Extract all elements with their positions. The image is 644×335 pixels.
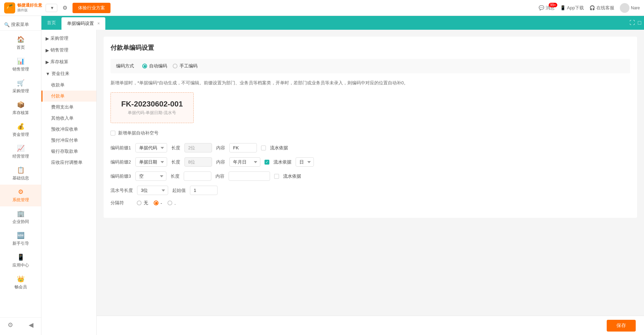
basic-icon: 📋 <box>17 166 25 174</box>
settings-icon[interactable]: ⚙ <box>60 3 70 13</box>
sep-none-btn[interactable] <box>137 201 142 205</box>
manual-radio-btn[interactable] <box>173 64 177 68</box>
footer-bar: 保存 <box>97 316 644 335</box>
restore-icon[interactable]: □ <box>638 20 641 26</box>
start-value-input[interactable] <box>190 186 218 195</box>
download-button[interactable]: 📱 App下载 <box>560 5 584 11</box>
sep-dash-radio[interactable]: - <box>154 201 162 206</box>
prefix3-select[interactable]: 空 <box>135 171 166 181</box>
prefix2-day-select[interactable]: 日 <box>296 157 314 167</box>
prefix3-label: 编码前缀3 <box>110 173 131 179</box>
sub-menu-item-expense[interactable]: 费用支出单 <box>41 102 96 113</box>
content-area: ▶ 采购管理 ▶ 销售管理 ▶ 库存核算 <box>41 30 644 335</box>
sub-menu-item-prepay-receivable[interactable]: 预收冲应收单 <box>41 124 96 135</box>
sidebar-item-appcenter[interactable]: 📱 应用中心 <box>0 250 41 272</box>
logo-sub: 插件版 <box>17 8 42 13</box>
sep-dash-btn[interactable] <box>154 201 158 205</box>
auto-radio-btn[interactable] <box>142 64 147 68</box>
prefix2-content-select[interactable]: 年月日 <box>229 157 260 167</box>
sub-menu-group-finance: ▼ 资金往来 收款单 付款单 费用支出单 其他收入单 <box>41 68 96 168</box>
serial-length-select[interactable]: 3位 <box>137 186 168 195</box>
prefix1-select[interactable]: 单据代码 <box>135 143 167 152</box>
sidebar-item-finance[interactable]: 💰 资金管理 <box>0 119 41 141</box>
prefix2-length-input <box>184 157 212 167</box>
sub-menu-item-other-income[interactable]: 其他收入单 <box>41 113 96 124</box>
separator-row: 分隔符 无 - . <box>110 200 630 206</box>
message-button[interactable]: 💬 消息 99+ <box>539 5 555 11</box>
topbar-dropdown[interactable]: ▼ <box>46 4 57 12</box>
sidebar-item-operation[interactable]: 📈 经营管理 <box>0 141 41 163</box>
sub-menu-header-inventory[interactable]: ▶ 库存核算 <box>41 56 96 68</box>
sub-menu-group-inventory: ▶ 库存核算 <box>41 56 96 68</box>
logo: 🍊 畅捷通好生意 插件版 <box>4 2 46 13</box>
prefix2-serial-checkbox[interactable] <box>265 160 269 165</box>
sub-menu-header-purchase[interactable]: ▶ 采购管理 <box>41 32 96 44</box>
bottom-settings-button[interactable]: ⚙ <box>4 318 17 332</box>
auto-encoding-radio[interactable]: 自动编码 <box>142 63 167 69</box>
search-menu[interactable]: 🔍 搜索菜单 <box>0 19 41 31</box>
prefix3-content-label: 内容 <box>215 173 224 179</box>
auto-fill-row: 新增单据自动补空号 <box>110 130 630 136</box>
preview-desc: 单据代码-单据日期-流水号 <box>121 110 183 116</box>
member-icon: 👑 <box>17 275 25 283</box>
sep-dot-btn[interactable] <box>167 201 172 205</box>
sidebar-item-purchase[interactable]: 🛒 采购管理 <box>0 76 41 97</box>
prefix1-length-label: 长度 <box>171 145 180 151</box>
tab-encoding[interactable]: 单据编码设置 × <box>61 17 105 30</box>
sub-sidebar: ▶ 采购管理 ▶ 销售管理 ▶ 库存核算 <box>41 30 97 335</box>
sub-menu-header-finance[interactable]: ▼ 资金往来 <box>41 68 96 80</box>
prefix1-serial-checkbox[interactable] <box>261 146 266 150</box>
collapse-sidebar-button[interactable]: ◀ <box>25 318 37 332</box>
operation-icon: 📈 <box>17 145 25 152</box>
prefix1-content-label: 内容 <box>216 145 225 151</box>
sidebar: 🔍 搜索菜单 🏠 首页 📊 销售管理 🛒 采购管理 📦 库存核算 💰 资金管理 … <box>0 16 41 335</box>
sep-dot-radio[interactable]: . <box>167 201 176 206</box>
trial-button[interactable]: 体验行业方案 <box>73 3 110 13</box>
prefix2-length-label: 长度 <box>171 159 180 165</box>
save-button[interactable]: 保存 <box>607 320 636 332</box>
prefix1-row: 编码前缀1 单据代码 长度 内容 流水依据 <box>110 143 630 152</box>
chevron-right-icon2: ▶ <box>46 48 49 53</box>
sub-menu-item-payment[interactable]: 付款单 <box>41 91 96 102</box>
prefix2-select[interactable]: 单据日期 <box>135 157 167 167</box>
prefix2-content-label: 内容 <box>216 159 225 165</box>
prefix1-content-input[interactable] <box>229 143 257 152</box>
layout: 🔍 搜索菜单 🏠 首页 📊 销售管理 🛒 采购管理 📦 库存核算 💰 资金管理 … <box>0 16 644 335</box>
encoding-method-label: 编码方式 <box>116 63 134 69</box>
service-button[interactable]: 🎧 在线客服 <box>589 5 614 11</box>
preview-box: FK-20230602-001 单据代码-单据日期-流水号 <box>110 92 194 123</box>
prefix3-content-input[interactable] <box>229 171 270 181</box>
page-main: 付款单编码设置 编码方式 自动编码 手工编码 <box>97 30 644 316</box>
service-icon: 🎧 <box>589 5 595 10</box>
manual-encoding-radio[interactable]: 手工编码 <box>173 63 198 69</box>
description-text: 新增单据时，*单据编码*自动生成，不可编辑。前缀设置为部门、业务员等档案类，开单… <box>110 79 630 87</box>
sub-menu-item-prepay-payable[interactable]: 预付冲应付单 <box>41 135 96 146</box>
auto-fill-checkbox[interactable] <box>110 131 115 136</box>
sub-menu-header-sales[interactable]: ▶ 销售管理 <box>41 44 96 56</box>
sub-menu-item-bank-deposit[interactable]: 银行存取款单 <box>41 146 96 157</box>
encoding-method-section: 编码方式 自动编码 手工编码 <box>110 59 630 73</box>
serial-length-label: 流水号长度 <box>110 187 133 194</box>
prefix3-length-input[interactable] <box>184 171 211 181</box>
prefix2-row: 编码前缀2 单据日期 长度 内容 年月日 流水依据 <box>110 157 630 167</box>
inventory-icon: 📦 <box>17 101 25 109</box>
tab-home[interactable]: 首页 <box>41 16 61 30</box>
sub-menu-item-receipt[interactable]: 收款单 <box>41 80 96 91</box>
page-wrapper: 付款单编码设置 编码方式 自动编码 手工编码 <box>97 30 644 335</box>
sidebar-item-system[interactable]: ⚙ 系统管理 <box>0 185 41 206</box>
sidebar-item-member[interactable]: 👑 畅会员 <box>0 272 41 294</box>
sidebar-item-sales[interactable]: 📊 销售管理 <box>0 54 41 76</box>
sidebar-item-basic[interactable]: 📋 基础信息 <box>0 163 41 185</box>
sub-menu-item-ap-adjustment[interactable]: 应收应付调整单 <box>41 157 96 168</box>
sep-none-radio[interactable]: 无 <box>137 200 148 206</box>
user-profile[interactable]: Nare <box>620 3 640 13</box>
prefix3-serial-checkbox[interactable] <box>274 174 279 179</box>
sidebar-item-home[interactable]: 🏠 首页 <box>0 32 41 54</box>
tab-close-icon[interactable]: × <box>97 21 100 26</box>
sidebar-item-enterprise[interactable]: 🏢 企业协同 <box>0 206 41 228</box>
sidebar-item-inventory[interactable]: 📦 库存核算 <box>0 97 41 119</box>
separator-label: 分隔符 <box>110 200 131 206</box>
sidebar-item-newbie[interactable]: 🆕 新手引导 <box>0 228 41 250</box>
avatar <box>620 3 629 13</box>
maximize-icon[interactable]: ⛶ <box>629 20 635 26</box>
